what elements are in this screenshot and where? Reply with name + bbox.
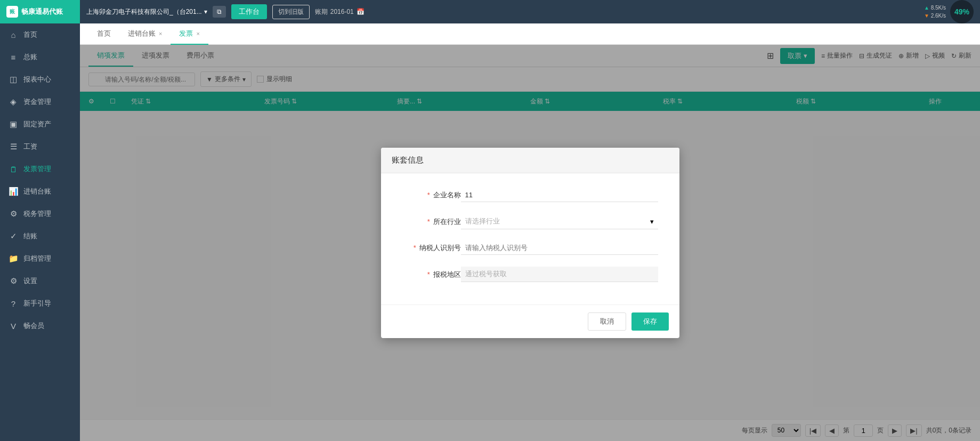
- dialog-body: * 企业名称 * 所在行业 请选择行业 ▾: [381, 173, 679, 304]
- dialog-title: 账套信息: [381, 148, 679, 173]
- sidebar-item-close-account[interactable]: ✓ 结账: [0, 225, 80, 247]
- required-star: *: [427, 270, 430, 278]
- main-area: 上海卯金刀电子科技有限公司_（台201... ▾ ⧉ 工作台 切到旧版 账期 2…: [80, 0, 980, 441]
- speed-down: ▼: [924, 13, 929, 19]
- topbar-right: ▲ 8.5K/s ▼ 2.6K/s 49%: [924, 0, 974, 23]
- company-selector[interactable]: 上海卯金刀电子科技有限公司_（台201... ▾: [86, 7, 207, 17]
- sidebar-item-ledger[interactable]: ≡ 总账: [0, 46, 80, 68]
- app-name: 畅康通易代账: [21, 7, 63, 17]
- topbar: 上海卯金刀电子科技有限公司_（台201... ▾ ⧉ 工作台 切到旧版 账期 2…: [80, 0, 980, 23]
- speed-up: ▲: [924, 5, 929, 11]
- account-info-dialog: 账套信息 * 企业名称 * 所在行业: [381, 148, 679, 338]
- sidebar-item-label: 新手引导: [23, 299, 51, 308]
- invoice-icon: 🗒: [9, 165, 18, 174]
- sidebar-item-label: 总账: [23, 52, 37, 62]
- sidebar-item-settings[interactable]: ⚙ 设置: [0, 270, 80, 292]
- tab-sales-ledger-label: 进销台账: [128, 29, 156, 38]
- tax-region-disabled: 通过税号获取: [461, 267, 658, 282]
- industry-select[interactable]: 请选择行业 ▾: [461, 214, 658, 229]
- sidebar-item-funds[interactable]: ◈ 资金管理: [0, 91, 80, 113]
- tab-invoice[interactable]: 发票 ×: [171, 23, 208, 45]
- sidebar-item-reports[interactable]: ◫ 报表中心: [0, 68, 80, 91]
- sidebar-item-label: 工资: [23, 142, 37, 151]
- modal-overlay: 账套信息 * 企业名称 * 所在行业: [80, 45, 980, 441]
- speed-indicator: 49%: [950, 0, 974, 23]
- tab-sales-ledger[interactable]: 进销台账 ×: [119, 23, 171, 45]
- sidebar-item-label: 归档管理: [23, 254, 51, 263]
- copy-button[interactable]: ⧉: [213, 6, 226, 18]
- close-account-icon: ✓: [9, 231, 18, 241]
- form-label-tax-region: * 报税地区: [402, 270, 461, 279]
- tab-home[interactable]: 首页: [88, 23, 119, 45]
- sidebar-item-tax[interactable]: ⚙ 税务管理: [0, 203, 80, 225]
- app-logo: 账 畅康通易代账: [0, 0, 80, 23]
- company-name: 上海卯金刀电子科技有限公司_（台201...: [86, 7, 202, 17]
- switch-old-button[interactable]: 切到旧版: [272, 5, 310, 19]
- period-display: 账期 2016-01 📅: [315, 7, 365, 17]
- sidebar-item-label: 畅会员: [23, 321, 44, 331]
- assets-icon: ▣: [9, 119, 18, 129]
- tab-invoice-label: 发票: [179, 29, 193, 38]
- form-row-tax-id: * 纳税人识别号: [402, 241, 658, 255]
- archive-icon: 📁: [9, 254, 18, 263]
- sidebar-item-vip[interactable]: V 畅会员: [0, 315, 80, 337]
- sidebar-item-label: 资金管理: [23, 97, 51, 107]
- sidebar-item-guide[interactable]: ? 新手引导: [0, 292, 80, 315]
- company-dropdown-icon: ▾: [204, 8, 207, 15]
- dialog-footer: 取消 保存: [381, 304, 679, 338]
- form-label-company: * 企业名称: [402, 190, 461, 200]
- industry-chevron-icon: ▾: [650, 218, 654, 226]
- sidebar-item-label: 发票管理: [23, 164, 51, 174]
- logo-icon: 账: [6, 6, 18, 18]
- settings-icon: ⚙: [9, 276, 18, 286]
- period-value: 2016-01: [330, 8, 354, 15]
- sidebar-item-label: 设置: [23, 276, 37, 286]
- required-star: *: [427, 218, 430, 226]
- sidebar-item-assets[interactable]: ▣ 固定资产: [0, 113, 80, 135]
- form-row-tax-region: * 报税地区 通过税号获取: [402, 267, 658, 282]
- salary-icon: ☰: [9, 142, 18, 151]
- required-star: *: [427, 191, 430, 199]
- calendar-icon[interactable]: 📅: [357, 8, 365, 15]
- workbench-button[interactable]: 工作台: [231, 4, 267, 19]
- speed-stats: ▲ 8.5K/s ▼ 2.6K/s: [924, 4, 946, 20]
- cancel-button[interactable]: 取消: [588, 312, 626, 331]
- sidebar-item-sales-ledger[interactable]: 📊 进销台账: [0, 180, 80, 203]
- sidebar-item-home[interactable]: ⌂ 首页: [0, 23, 80, 46]
- industry-select-text: 请选择行业: [465, 217, 650, 226]
- company-name-input[interactable]: [461, 188, 658, 202]
- sidebar-item-label: 首页: [23, 30, 37, 39]
- content-area: 销项发票 进项发票 费用小票 ⊞ 取票 ▾ ≡ 批量操作 ⊟: [80, 45, 980, 441]
- tab-home-label: 首页: [97, 29, 111, 38]
- sales-ledger-icon: 📊: [9, 187, 18, 196]
- tab-sales-ledger-close[interactable]: ×: [159, 30, 162, 37]
- sidebar-item-archive[interactable]: 📁 归档管理: [0, 247, 80, 270]
- tabbar: 首页 进销台账 × 发票 ×: [80, 23, 980, 45]
- period-label: 账期: [315, 7, 328, 17]
- ledger-icon: ≡: [9, 53, 18, 62]
- sidebar-item-invoice[interactable]: 🗒 发票管理: [0, 158, 80, 180]
- tax-icon: ⚙: [9, 209, 18, 219]
- sidebar-item-label: 报表中心: [23, 75, 51, 84]
- sidebar-item-label: 进销台账: [23, 187, 51, 196]
- home-icon: ⌂: [9, 30, 18, 39]
- form-label-tax-id: * 纳税人识别号: [402, 243, 461, 253]
- reports-icon: ◫: [9, 75, 18, 84]
- sidebar: 账 畅康通易代账 ⌂ 首页 ≡ 总账 ◫ 报表中心 ◈ 资金管理 ▣ 固定资产 …: [0, 0, 80, 441]
- funds-icon: ◈: [9, 97, 18, 107]
- guide-icon: ?: [9, 299, 18, 308]
- form-label-industry: * 所在行业: [402, 217, 461, 227]
- form-row-company: * 企业名称: [402, 188, 658, 202]
- tab-invoice-close[interactable]: ×: [196, 30, 199, 37]
- save-button[interactable]: 保存: [631, 312, 669, 331]
- required-star: *: [414, 244, 416, 252]
- sidebar-item-label: 结账: [23, 231, 37, 241]
- sidebar-item-salary[interactable]: ☰ 工资: [0, 135, 80, 158]
- sidebar-item-label: 固定资产: [23, 119, 51, 129]
- form-row-industry: * 所在行业 请选择行业 ▾: [402, 214, 658, 229]
- sidebar-item-label: 税务管理: [23, 209, 51, 219]
- tax-id-input[interactable]: [461, 241, 658, 255]
- vip-icon: V: [9, 322, 18, 331]
